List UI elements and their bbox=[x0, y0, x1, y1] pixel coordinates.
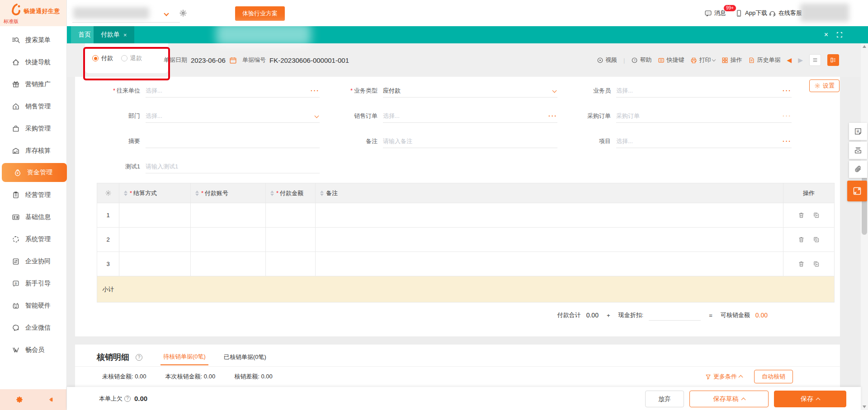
close-tab-icon[interactable]: × bbox=[123, 32, 127, 38]
cash-discount-input[interactable] bbox=[649, 310, 701, 321]
biz-type-select[interactable]: 应付款 bbox=[383, 84, 557, 98]
sidebar-item-wecom[interactable]: 企业微信 bbox=[0, 317, 66, 339]
form-view-toggle[interactable] bbox=[827, 54, 839, 66]
sales-order-select[interactable]: 选择... ··· bbox=[383, 109, 557, 123]
column-header-remark[interactable]: 备注 bbox=[316, 183, 783, 203]
print-button[interactable]: 打印 bbox=[690, 56, 715, 64]
ellipsis-picker-icon[interactable]: ··· bbox=[548, 112, 557, 120]
doc-date-value[interactable]: 2023-06-06 bbox=[191, 56, 226, 64]
question-circle-icon[interactable]: ? bbox=[124, 396, 131, 402]
form-settings-button[interactable]: 设置 bbox=[809, 79, 840, 92]
sidebar-item-collaboration[interactable]: 企业协同 bbox=[0, 250, 66, 272]
calendar-icon[interactable] bbox=[229, 56, 237, 64]
tab-payment-voucher[interactable]: 付款单 × bbox=[94, 26, 134, 43]
auto-writeoff-button[interactable]: 自动核销 bbox=[754, 370, 793, 383]
sidebar-item-operation[interactable]: 经营管理 bbox=[0, 184, 66, 206]
fullscreen-icon[interactable] bbox=[836, 32, 843, 38]
more-filters-button[interactable]: 更多条件 bbox=[705, 373, 742, 381]
scroll-up-icon[interactable] bbox=[863, 45, 866, 48]
ellipsis-picker-icon[interactable]: ··· bbox=[783, 138, 792, 145]
delete-row-icon[interactable] bbox=[798, 212, 805, 219]
sidebar-item-search-menu[interactable]: 搜索菜单 bbox=[0, 29, 66, 51]
ellipsis-picker-icon[interactable]: ··· bbox=[311, 87, 320, 94]
pay-account-cell[interactable] bbox=[191, 252, 266, 276]
tab-pending-writeoff[interactable]: 待核销单据(0笔) bbox=[160, 349, 208, 365]
delete-row-icon[interactable] bbox=[798, 236, 805, 243]
radio-refund[interactable]: 退款 bbox=[121, 54, 142, 62]
sort-icons[interactable] bbox=[270, 191, 274, 196]
department-select[interactable]: 选择... bbox=[146, 109, 320, 123]
settle-method-cell[interactable] bbox=[119, 252, 191, 276]
list-view-toggle[interactable] bbox=[809, 54, 821, 66]
try-industry-plan-button[interactable]: 体验行业方案 bbox=[235, 6, 285, 21]
sidebar-item-purchase[interactable]: 采购管理 bbox=[0, 117, 66, 140]
column-header-pay-account[interactable]: 付款账号 bbox=[191, 183, 266, 203]
copy-row-icon[interactable] bbox=[813, 261, 820, 267]
abandon-button[interactable]: 放弃 bbox=[645, 391, 684, 407]
pay-amount-cell[interactable] bbox=[266, 228, 316, 252]
sidebar-item-quick-nav[interactable]: 快捷导航 bbox=[0, 51, 66, 73]
remark-input[interactable]: 请输入备注 bbox=[383, 135, 557, 148]
online-service-button[interactable]: 在线客服 bbox=[769, 0, 802, 26]
sidebar-item-member[interactable]: 畅会员 bbox=[0, 339, 66, 361]
question-circle-icon[interactable]: ? bbox=[136, 354, 142, 361]
sort-icons[interactable] bbox=[320, 191, 324, 196]
project-select[interactable]: 选择... ··· bbox=[616, 135, 792, 148]
sort-icons[interactable] bbox=[195, 191, 199, 196]
copy-row-icon[interactable] bbox=[813, 236, 820, 243]
salesman-select[interactable]: 选择... ··· bbox=[616, 84, 792, 98]
remark-cell[interactable] bbox=[316, 252, 783, 276]
copy-row-icon[interactable] bbox=[813, 212, 820, 219]
collapse-sidebar-icon[interactable] bbox=[46, 396, 54, 404]
gear-icon[interactable] bbox=[105, 190, 112, 196]
summary-input[interactable] bbox=[146, 135, 320, 148]
sidebar-item-marketing[interactable]: 营销推广 bbox=[0, 73, 66, 95]
radio-pay[interactable]: 付款 bbox=[92, 54, 113, 62]
scroll-down-icon[interactable] bbox=[863, 405, 866, 408]
sidebar-item-system[interactable]: 系统管理 bbox=[0, 228, 66, 250]
sidebar-item-inventory[interactable]: 库存核算 bbox=[0, 140, 66, 162]
pay-account-cell[interactable] bbox=[191, 228, 266, 252]
purchase-order-select[interactable]: 采购订单 ··· bbox=[616, 109, 792, 123]
save-draft-button[interactable]: 保存草稿 bbox=[689, 391, 769, 407]
history-button[interactable]: 历史单据 bbox=[748, 56, 780, 64]
prev-doc-icon[interactable]: ◀ bbox=[787, 56, 792, 64]
actions-button[interactable]: 操作 bbox=[722, 56, 742, 64]
chevron-down-icon[interactable] bbox=[164, 11, 169, 16]
sort-icons[interactable] bbox=[124, 191, 127, 196]
vertical-scrollbar[interactable] bbox=[861, 43, 868, 410]
app-download-button[interactable]: App下载 bbox=[735, 0, 767, 26]
sidebar-item-base-info[interactable]: 基础信息 bbox=[0, 206, 66, 228]
column-header-pay-amount[interactable]: 付款金额 bbox=[266, 183, 316, 203]
draft-box-button[interactable]: 草 bbox=[849, 123, 867, 140]
tab-done-writeoff[interactable]: 已核销单据(0笔) bbox=[221, 349, 269, 365]
settle-method-cell[interactable] bbox=[119, 203, 191, 227]
remark-cell[interactable] bbox=[316, 228, 783, 252]
column-header-settle-method[interactable]: 结算方式 bbox=[119, 183, 191, 203]
remark-cell[interactable] bbox=[316, 203, 783, 227]
expand-panel-button[interactable] bbox=[847, 181, 867, 201]
save-button[interactable]: 保存 bbox=[774, 391, 846, 407]
sidebar-item-funds[interactable]: ¥ 资金管理 bbox=[2, 163, 67, 182]
test1-input[interactable]: 请输入测试1 bbox=[146, 160, 320, 173]
sidebar-item-beginner-guide[interactable]: 新 新手引导 bbox=[0, 272, 66, 294]
delete-row-icon[interactable] bbox=[798, 261, 805, 267]
chevron-down-icon[interactable] bbox=[315, 114, 319, 118]
settle-method-cell[interactable] bbox=[119, 228, 191, 252]
gear-icon[interactable] bbox=[179, 9, 187, 17]
next-doc-icon[interactable]: ▶ bbox=[798, 56, 803, 64]
pay-account-cell[interactable] bbox=[191, 203, 266, 227]
ellipsis-picker-icon[interactable]: ··· bbox=[783, 87, 792, 94]
attachment-button[interactable] bbox=[849, 161, 867, 178]
sidebar-item-smart-hardware[interactable]: 智能硬件 bbox=[0, 294, 66, 317]
inbox-tray-button[interactable] bbox=[849, 142, 867, 159]
partner-select[interactable]: 选择... ··· bbox=[146, 84, 320, 98]
hotkeys-button[interactable]: 快捷键 bbox=[658, 56, 684, 64]
video-button[interactable]: 视频 bbox=[597, 56, 617, 64]
help-button[interactable]: ? 帮助 bbox=[631, 56, 651, 64]
pay-amount-cell[interactable] bbox=[266, 252, 316, 276]
pay-amount-cell[interactable] bbox=[266, 203, 316, 227]
settings-gear-icon[interactable] bbox=[15, 396, 24, 404]
chevron-down-icon[interactable] bbox=[552, 89, 557, 93]
messages-button[interactable]: 消息 bbox=[704, 0, 726, 26]
